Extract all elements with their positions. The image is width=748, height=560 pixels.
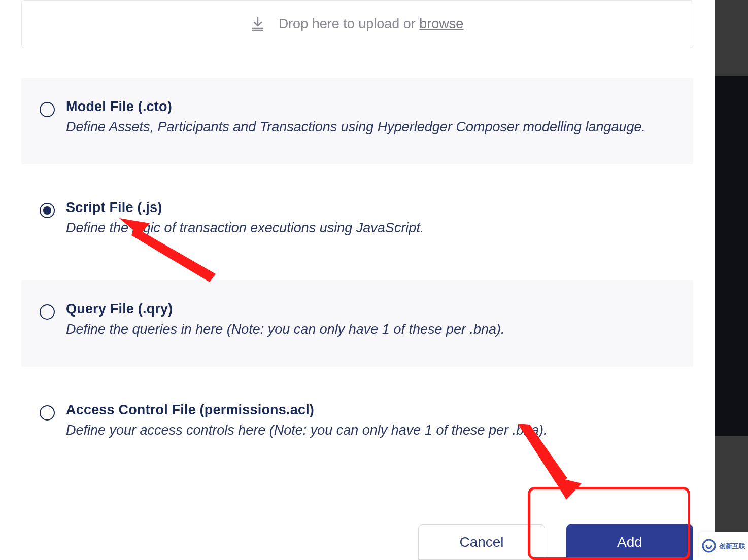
option-acl-text: Access Control File (permissions.acl) De… [66,402,675,439]
radio-acl[interactable] [40,405,55,421]
download-icon [251,17,264,32]
option-query-text: Query File (.qry) Define the queries in … [66,301,675,338]
watermark-badge: 创新互联 [699,532,748,560]
modal-body: Drop here to upload or browse Model File… [0,0,715,524]
option-model-text: Model File (.cto) Define Assets, Partici… [66,99,675,136]
dropzone-text: Drop here to upload or browse [279,16,464,32]
watermark-icon [702,539,716,553]
dropzone-label: Drop here to upload or [279,16,420,31]
option-query-file[interactable]: Query File (.qry) Define the queries in … [21,280,693,367]
option-script-desc: Define the logic of transaction executio… [66,219,675,237]
option-acl-desc: Define your access controls here (Note: … [66,421,675,439]
browse-link[interactable]: browse [419,16,463,31]
radio-model[interactable] [40,102,55,117]
background-dark-strip [715,76,748,436]
add-button[interactable]: Add [566,524,693,560]
watermark-text: 创新互联 [719,543,745,549]
add-file-modal: Drop here to upload or browse Model File… [0,0,715,560]
option-script-text: Script File (.js) Define the logic of tr… [66,200,675,237]
option-script-title: Script File (.js) [66,200,675,216]
radio-script[interactable] [40,203,55,218]
radio-query[interactable] [40,304,55,320]
option-model-title: Model File (.cto) [66,99,675,115]
option-acl-file[interactable]: Access Control File (permissions.acl) De… [21,381,693,468]
option-acl-title: Access Control File (permissions.acl) [66,402,675,418]
svg-point-4 [703,540,715,552]
option-query-desc: Define the queries in here (Note: you ca… [66,320,675,338]
modal-footer: Cancel Add [0,524,715,560]
cancel-button[interactable]: Cancel [418,524,545,560]
option-script-file[interactable]: Script File (.js) Define the logic of tr… [21,179,693,265]
option-model-file[interactable]: Model File (.cto) Define Assets, Partici… [21,78,693,164]
option-query-title: Query File (.qry) [66,301,675,317]
upload-dropzone[interactable]: Drop here to upload or browse [21,0,693,48]
option-model-desc: Define Assets, Participants and Transact… [66,118,675,136]
